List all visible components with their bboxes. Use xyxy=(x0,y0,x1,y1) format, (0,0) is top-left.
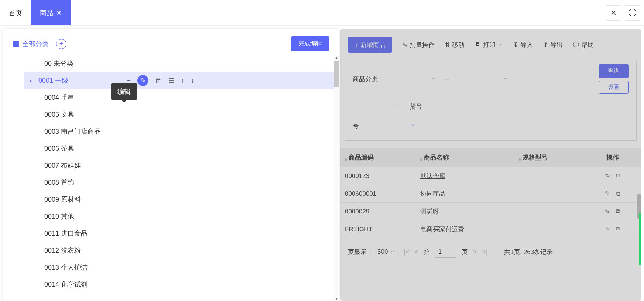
category-item[interactable]: 00 未分类 xyxy=(24,55,335,72)
cell-name[interactable]: 协同商品 xyxy=(416,185,514,203)
category-item[interactable]: 0008 首饰 xyxy=(24,174,335,191)
import-icon: ↧ xyxy=(513,41,518,48)
category-panel: 全部分类 + 完成编辑 00 未分类▸0001 一级+✎🗑☰↑↓0004 手串0… xyxy=(3,29,339,301)
cell-name[interactable]: 默认仓库 xyxy=(416,167,514,185)
tab-home[interactable]: 首页 xyxy=(0,0,31,25)
cell-spec xyxy=(514,203,585,220)
filter-code-label: 货号 xyxy=(410,102,422,111)
category-row-actions: +✎🗑☰↑↓ xyxy=(127,75,335,86)
row-edit-icon[interactable]: ✎ xyxy=(605,172,610,179)
category-item[interactable]: 0014 化学试剂 xyxy=(24,276,335,293)
cell-ops: ✎⧉ xyxy=(585,203,641,220)
export-icon: ↥ xyxy=(543,41,548,48)
category-tree-wrap: 00 未分类▸0001 一级+✎🗑☰↑↓0004 手串0005 文具0003 南… xyxy=(3,55,339,301)
cell-ops: ✎⧉ xyxy=(585,167,641,185)
filter-unknown-select[interactable]: ﹀ xyxy=(353,100,401,113)
edit-icon[interactable]: ✎ xyxy=(137,75,148,86)
cell-spec xyxy=(514,220,585,238)
row-more-icon[interactable]: ⧉ xyxy=(616,226,620,233)
batch-ops-label: 批量操作 xyxy=(410,41,435,49)
filter-spec-select[interactable]: ﹀ xyxy=(368,119,416,132)
product-table: ▴▾商品编码 ▴▾商品名称 ▴▾规格型号 操作 0000123默认仓库✎⧉000… xyxy=(340,148,641,238)
plus-icon: + xyxy=(354,41,358,49)
row-more-icon[interactable]: ⧉ xyxy=(616,208,620,215)
category-item[interactable]: 0012 洗衣粉 xyxy=(24,242,335,259)
category-item-label: 0005 文具 xyxy=(44,110,74,119)
next-page-icon[interactable]: > xyxy=(473,248,477,256)
tree-scrollbar[interactable]: ▴ ▾ xyxy=(334,55,339,301)
add-product-button[interactable]: + 新增商品 xyxy=(348,37,392,53)
row-more-icon[interactable]: ⧉ xyxy=(616,190,620,197)
category-item[interactable]: 0003 南昌门店商品 xyxy=(24,123,335,140)
category-item[interactable]: 0013 个人护洁 xyxy=(24,259,335,276)
category-item[interactable]: 0004 手串 xyxy=(24,89,335,106)
tab-bar: 首页 商品 ✕ ✕ ⛶ xyxy=(0,0,644,26)
first-page-icon[interactable]: |< xyxy=(404,248,409,256)
last-page-icon[interactable]: >| xyxy=(482,248,488,256)
per-page-value: 500 xyxy=(377,248,388,255)
batch-ops-button[interactable]: ✎ 批量操作 xyxy=(402,41,435,49)
export-button[interactable]: ↥ 导出 xyxy=(543,41,563,49)
settings-button[interactable]: 设置 xyxy=(599,81,629,94)
row-edit-icon: ✎ xyxy=(605,226,610,233)
per-page-select[interactable]: 500 ﹀ xyxy=(372,246,398,258)
print-button[interactable]: 🖶 打印 ﹀ xyxy=(475,41,503,49)
category-item-label: 00 未分类 xyxy=(44,59,73,68)
edit-icon: ✎ xyxy=(402,41,407,48)
fullscreen-button[interactable]: ⛶ xyxy=(625,5,640,21)
filter-category-label: 商品分类 xyxy=(353,75,378,83)
scroll-up-icon[interactable]: ▴ xyxy=(335,55,338,60)
chevron-down-icon: ﹀ xyxy=(391,249,395,255)
detail-icon[interactable]: ☰ xyxy=(168,76,174,85)
content: 全部分类 + 完成编辑 00 未分类▸0001 一级+✎🗑☰↑↓0004 手串0… xyxy=(3,29,641,301)
move-up-icon[interactable]: ↑ xyxy=(181,77,184,85)
all-categories-link[interactable]: 全部分类 xyxy=(22,40,49,48)
move-down-icon[interactable]: ↓ xyxy=(191,77,194,85)
delete-icon[interactable]: 🗑 xyxy=(155,77,162,85)
tab-products-label: 商品 xyxy=(40,8,53,17)
category-item[interactable]: 0009 原材料 xyxy=(24,191,335,208)
cell-name: 电商买家付运费 xyxy=(416,220,514,238)
row-more-icon[interactable]: ⧉ xyxy=(616,172,620,179)
import-button[interactable]: ↧ 导入 xyxy=(513,41,533,49)
category-item[interactable]: 0011 进口食品 xyxy=(24,225,335,242)
finish-edit-button[interactable]: 完成编辑 xyxy=(291,36,329,51)
move-label: 移动 xyxy=(452,41,465,49)
caret-right-icon: ▸ xyxy=(30,78,32,83)
category-item[interactable]: 0007 布娃娃 xyxy=(24,157,335,174)
category-item[interactable]: ▸0001 一级+✎🗑☰↑↓ xyxy=(24,72,335,89)
th-spec-label: 规格型号 xyxy=(523,154,548,161)
category-item[interactable]: 0005 文具 xyxy=(24,106,335,123)
category-item-label: 0010 其他 xyxy=(44,212,74,221)
range-separator: — xyxy=(445,75,451,83)
row-edit-icon[interactable]: ✎ xyxy=(605,208,610,215)
scroll-down-icon[interactable]: ▾ xyxy=(335,296,338,301)
chevron-down-icon: ﹀ xyxy=(432,76,436,82)
tab-products[interactable]: 商品 ✕ xyxy=(31,0,71,25)
filter-category-select[interactable]: ﹀ xyxy=(388,72,436,86)
th-ops-label: 操作 xyxy=(606,154,619,161)
filter-category-select-2[interactable]: ﹀ xyxy=(460,72,508,86)
add-category-button[interactable]: + xyxy=(56,39,66,49)
category-item[interactable]: 0006 茶具 xyxy=(24,140,335,157)
help-button[interactable]: ⓘ 帮助 xyxy=(573,41,594,49)
cell-name[interactable]: 测试呀 xyxy=(416,203,514,220)
fullscreen-icon: ⛶ xyxy=(629,8,636,17)
th-ops: 操作 xyxy=(585,148,641,167)
page-input[interactable] xyxy=(435,246,456,258)
category-item[interactable]: 0010 其他 xyxy=(24,208,335,225)
move-button[interactable]: ⇅ 移动 xyxy=(445,41,465,49)
close-icon[interactable]: ✕ xyxy=(56,9,62,17)
cell-code: 0000029 xyxy=(340,203,416,220)
th-code[interactable]: ▴▾商品编码 xyxy=(340,148,416,167)
cell-spec xyxy=(514,167,585,185)
th-spec[interactable]: ▴▾规格型号 xyxy=(514,148,585,167)
row-edit-icon[interactable]: ✎ xyxy=(605,190,610,197)
scroll-thumb[interactable] xyxy=(334,61,339,87)
query-button[interactable]: 查询 xyxy=(599,64,629,78)
th-name[interactable]: ▴▾商品名称 xyxy=(416,148,514,167)
close-all-tabs-button[interactable]: ✕ xyxy=(606,5,621,21)
panel-header: 全部分类 + 完成编辑 xyxy=(3,29,339,55)
prev-page-icon[interactable]: < xyxy=(415,248,419,256)
filter-box: 商品分类 ﹀ — ﹀ 查询 设置 ﹀ 货号 号 ﹀ xyxy=(345,61,637,141)
